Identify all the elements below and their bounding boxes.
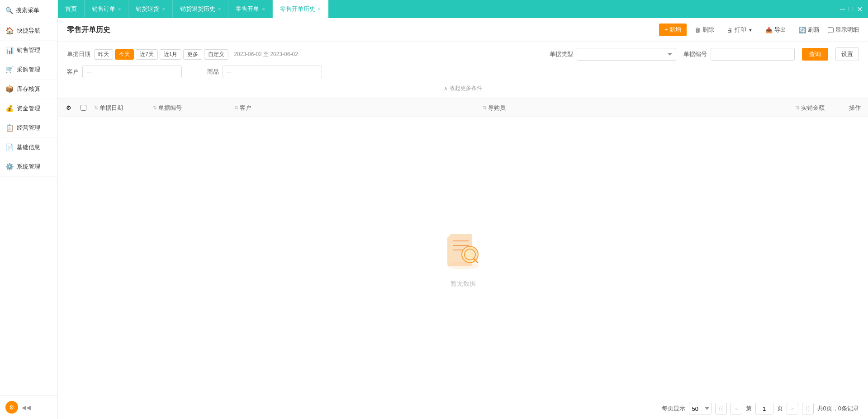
th-billno[interactable]: ⇅ 单据编号 [149,104,231,112]
date-filter: 单据日期 昨天 今天 近7天 近1月 更多 自定义 2023-06-02 至 2… [67,49,298,60]
sidebar-item-inventory[interactable]: 📦 库存核算 [0,80,57,99]
sidebar-collapse-button[interactable]: ◀◀ [22,404,31,411]
th-guide[interactable]: ⇅ 导购员 [479,104,533,112]
minimize-button[interactable]: ─ [840,5,845,13]
th-settings[interactable]: ⚙ [62,104,76,111]
page-title: 零售开单历史 [67,25,110,35]
sidebar-item-label: 销售管理 [17,46,40,54]
date-today[interactable]: 今天 [115,49,134,60]
prev-page-button[interactable]: ＜ [730,403,742,414]
last-page-button[interactable]: ⟩⟩ [802,403,814,414]
bill-type-select[interactable] [577,48,676,61]
th-amount[interactable]: ⇅ 实销金额 [774,104,828,112]
query-button[interactable]: 查询 [802,48,828,61]
home-icon: 🏠 [5,27,14,35]
sidebar-item-ops-mgmt[interactable]: 📋 经营管理 [0,118,57,138]
th-ops: 操作 [828,104,864,112]
tab-retail-open-close[interactable]: × [262,6,265,12]
tab-retail-history[interactable]: 零售开单历史 × [273,0,328,18]
select-all-checkbox[interactable] [81,105,86,111]
tab-sales-order[interactable]: 销售订单 × [85,0,128,18]
date-last1m[interactable]: 近1月 [160,49,182,60]
display-cols-checkbox[interactable] [828,27,834,33]
tab-retail-history-close[interactable]: × [318,6,321,12]
close-button[interactable]: ✕ [857,5,863,14]
cart-icon: 🛒 [5,66,14,74]
customer-input[interactable]: ··· [82,66,182,78]
tab-sales-return-history-label: 销货退货历史 [180,5,215,13]
sidebar-item-sales-mgmt[interactable]: 📊 销售管理 [0,41,57,60]
clipboard-icon: 📋 [5,124,14,132]
filter-row-2: 客户 ··· 商品 ··· [67,66,859,78]
goods-input[interactable]: ··· [223,66,322,78]
sort-icon: ⇅ [153,105,157,111]
sort-icon: ⇅ [483,105,487,111]
sidebar-search[interactable]: 🔍 搜索采单 [0,0,57,21]
maximize-button[interactable]: □ [849,5,853,13]
sidebar-item-label: 基础信息 [17,143,40,151]
tab-retail-open-label: 零售开单 [236,5,259,13]
tab-sales-return[interactable]: 销货退货 × [128,0,172,18]
print-button[interactable]: 🖨 打印 ▼ [722,24,757,36]
tab-sales-return-history[interactable]: 销货退货历史 × [173,0,228,18]
sidebar-item-purchase-mgmt[interactable]: 🛒 采购管理 [0,60,57,80]
th-date[interactable]: ⇅ 单据日期 [90,104,149,112]
th-checkbox[interactable] [76,105,90,111]
tab-home[interactable]: 首页 [58,0,85,18]
page-input[interactable] [755,403,773,414]
chevron-up-icon: ∧ [444,85,448,92]
empty-state: 暂无数据 [58,117,868,398]
first-page-button[interactable]: ⟨⟨ [715,403,727,414]
empty-text: 暂无数据 [451,280,476,288]
delete-icon: 🗑 [695,27,701,33]
next-page-button[interactable]: ＞ [787,403,798,414]
date-more[interactable]: 更多 [183,49,202,60]
tab-retail-open[interactable]: 零售开单 × [228,0,272,18]
empty-illustration [436,227,490,273]
tab-sales-return-label: 销货退货 [136,5,159,13]
date-range: 2023-06-02 至 2023-06-02 [234,51,298,58]
table-header: ⚙ ⇅ 单据日期 ⇅ 单据编号 ⇅ 客户 ⇅ 导购员 [58,99,868,117]
customer-filter: 客户 ··· [67,66,182,78]
date-last7[interactable]: 近7天 [136,49,158,60]
sidebar-item-finance[interactable]: 💰 资金管理 [0,99,57,118]
customer-label: 客户 [67,68,79,76]
collapse-more[interactable]: ∧ 收起更多条件 [67,83,859,96]
toolbar: + 新增 🗑 删除 🖨 打印 ▼ 📤 导出 🔄 刷新 [659,24,859,36]
sort-icon: ⇅ [234,105,238,111]
sidebar-settings-button[interactable]: ⚙ [5,401,18,414]
filter-area: 单据日期 昨天 今天 近7天 近1月 更多 自定义 2023-06-02 至 2… [58,42,868,99]
print-icon: 🖨 [727,27,733,33]
sidebar-item-basic-info[interactable]: 📄 基础信息 [0,138,57,157]
top-nav: 首页 销售订单 × 销货退货 × 销货退货历史 × 零售开单 × 零售开单历史 … [58,0,868,18]
tab-sales-return-history-close[interactable]: × [218,6,221,12]
display-cols-label[interactable]: 显示明细 [828,26,859,34]
per-page-select[interactable]: 50 10 20 100 [689,403,711,414]
sort-icon: ⇅ [94,105,98,111]
bill-no-label: 单据编号 [683,50,707,58]
add-button[interactable]: + 新增 [659,24,687,36]
settings-button[interactable]: 设置 [835,47,859,61]
delete-button[interactable]: 🗑 删除 [690,24,719,36]
sidebar: 🔍 搜索采单 🏠 快捷导航 📊 销售管理 🛒 采购管理 📦 库存核算 💰 资金管… [0,0,58,419]
sidebar-item-sys-mgmt[interactable]: ⚙️ 系统管理 [0,157,57,177]
tab-sales-order-close[interactable]: × [118,6,121,12]
sort-icon: ⇅ [796,105,800,111]
bill-no-input[interactable] [711,48,795,61]
gear-icon: ⚙️ [5,163,14,171]
doc-icon: 📄 [5,143,14,151]
sidebar-item-label: 快捷导航 [17,27,40,35]
th-customer[interactable]: ⇅ 客户 [231,104,479,112]
tab-sales-return-close[interactable]: × [162,6,165,12]
date-buttons: 昨天 今天 近7天 近1月 更多 自定义 [94,49,228,60]
date-yesterday[interactable]: 昨天 [94,49,113,60]
date-custom[interactable]: 自定义 [204,49,228,60]
export-button[interactable]: 📤 导出 [761,24,791,36]
sidebar-item-label: 资金管理 [17,104,40,113]
refresh-button[interactable]: 🔄 刷新 [794,24,824,36]
box-icon: 📦 [5,85,14,93]
sidebar-bottom: ⚙ ◀◀ [0,395,57,419]
page-suffix: 页 [777,405,783,413]
money-icon: 💰 [5,104,14,113]
sidebar-item-quick-nav[interactable]: 🏠 快捷导航 [0,21,57,41]
